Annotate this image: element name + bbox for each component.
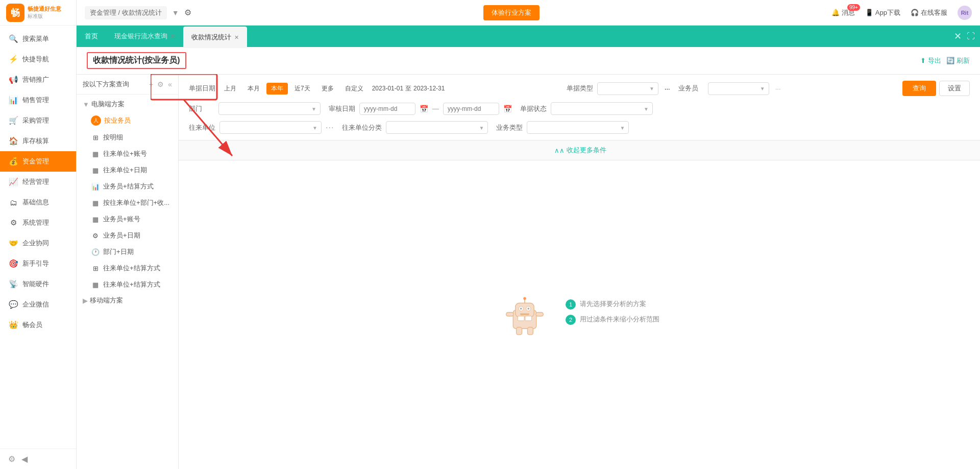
tab-bank-close[interactable]: ✕: [170, 33, 175, 40]
collapse-sidebar-icon[interactable]: ◀: [21, 454, 28, 464]
filter-bill-type-item: 单据类型 ···: [567, 82, 670, 95]
sidebar-item-enterprise[interactable]: 🤝 企业协同: [0, 233, 76, 253]
partner-select[interactable]: [219, 121, 322, 134]
query-btn[interactable]: 查询: [902, 81, 936, 96]
date-tab-more[interactable]: 更多: [317, 83, 338, 95]
date-tab-7days[interactable]: 近7天: [290, 83, 315, 95]
scheme-item-partner-date[interactable]: ▦ 往来单位+日期: [77, 162, 178, 178]
quicknav-icon: ⚡: [8, 54, 18, 64]
date-tab-this-month[interactable]: 本月: [243, 83, 264, 95]
salesman-more-icon[interactable]: ···: [775, 85, 781, 92]
biz-type-select[interactable]: [527, 121, 629, 134]
partner-dots[interactable]: ···: [326, 123, 334, 132]
date-tab-custom[interactable]: 自定义: [340, 83, 368, 95]
date-tab-last-month[interactable]: 上月: [219, 83, 241, 95]
scheme-item-partner-settle2[interactable]: ⊞ 往来单位+结算方式: [77, 260, 178, 276]
capital-icon: 💰: [8, 156, 18, 167]
message-action[interactable]: 🔔 消息 99+: [831, 8, 855, 17]
date-from: 2023-01-01: [372, 85, 403, 92]
scheme-item-by-salesman[interactable]: 人 按业务员: [77, 112, 178, 129]
scheme-collapse-icon[interactable]: «: [168, 80, 172, 88]
bill-type-select-wrapper: [597, 82, 658, 95]
scheme-item-partner-account[interactable]: ▦ 往来单位+账号: [77, 146, 178, 162]
sidebar-item-purchase[interactable]: 🛒 采购管理: [0, 110, 76, 131]
sidebar-item-guide[interactable]: 🎯 新手引导: [0, 253, 76, 274]
scheme-add-icon[interactable]: +: [149, 80, 153, 88]
member-icon: 👑: [8, 320, 18, 330]
scheme-group-pc-header[interactable]: ▼ 电脑端方案: [77, 97, 178, 112]
filter-row-1: 单据日期 上月 本月 本年 近7天 更多 自定义 2023-01-01: [189, 81, 970, 96]
app-download-icon: 📱: [865, 9, 873, 16]
empty-robot-illustration: [499, 289, 550, 340]
page-actions: ⬆ 导出 🔄 刷新: [920, 56, 970, 65]
scheme-title: 按以下方案查询: [83, 80, 129, 89]
scheme-item-partner-dept[interactable]: ▦ 按往来单位+部门+收...: [77, 195, 178, 211]
salesman-select[interactable]: [708, 82, 769, 95]
topbar-right: 🔔 消息 99+ 📱 App下载 🎧 在线客服 Rit: [831, 6, 972, 20]
right-panel: 单据日期 上月 本月 本年 近7天 更多 自定义 2023-01-01: [179, 75, 980, 469]
dept-select[interactable]: [218, 102, 321, 115]
tab-collection[interactable]: 收款情况统计 ✕: [183, 27, 247, 48]
sidebar-item-hardware[interactable]: 📡 智能硬件: [0, 274, 76, 294]
topbar-gear-icon[interactable]: ⚙: [184, 8, 191, 17]
breadcrumb-arrow[interactable]: ▼: [172, 9, 179, 17]
partner-label: 往来单位: [189, 123, 215, 132]
sidebar-item-quicknav[interactable]: ⚡ 快捷导航: [0, 49, 76, 69]
sidebar: 畅 畅捷通好生意 标准版 🔍 搜索菜单 ⚡ 快捷导航 📢 营销推广 📊 销售管理…: [0, 0, 77, 469]
scheme-item-salesman-date[interactable]: ⚙ 业务员+日期: [77, 227, 178, 244]
scheme-item-salesman-account[interactable]: ▦ 业务员+账号: [77, 211, 178, 227]
settings-bottom-icon[interactable]: ⚙: [8, 454, 15, 464]
tabbar: 首页 现金银行流水查询 ✕ 收款情况统计 ✕ ✕ ⛶: [77, 26, 980, 47]
sidebar-item-marketing[interactable]: 📢 营销推广: [0, 69, 76, 90]
date-tab-this-year[interactable]: 本年: [266, 83, 288, 95]
collapse-bar[interactable]: ∧∧ 收起更多条件: [179, 140, 980, 160]
audit-date-from[interactable]: [359, 103, 415, 115]
sidebar-item-member[interactable]: 👑 畅会员: [0, 315, 76, 335]
filter-row-2: 部门 审核日期 📅 —: [189, 102, 970, 115]
scheme-group-mobile-header[interactable]: ▶ 移动端方案: [77, 293, 178, 308]
scheme-gear-icon[interactable]: ⚙: [157, 80, 164, 88]
set-btn[interactable]: 设置: [939, 81, 970, 96]
biz-type-label: 业务类型: [496, 123, 523, 132]
tab-home[interactable]: 首页: [77, 26, 106, 47]
svg-rect-14: [525, 316, 532, 321]
sidebar-item-inventory[interactable]: 🏠 库存核算: [0, 131, 76, 151]
scheme-item-partner-settle3[interactable]: ▦ 往来单位+结算方式: [77, 276, 178, 293]
export-btn[interactable]: ⬆ 导出: [920, 56, 941, 65]
audit-date-to[interactable]: [443, 103, 499, 115]
inventory-icon: 🏠: [8, 136, 18, 146]
sidebar-item-capital[interactable]: 💰 资金管理: [0, 151, 76, 172]
scheme-item-by-detail[interactable]: ⊞ 按明细: [77, 129, 178, 146]
sidebar-item-search[interactable]: 🔍 搜索菜单: [0, 29, 76, 49]
svg-rect-11: [517, 327, 522, 335]
tab-collection-close[interactable]: ✕: [234, 34, 239, 41]
bill-status-select[interactable]: [551, 102, 653, 115]
group-arrow-down: ▼: [83, 101, 89, 108]
app-download-action[interactable]: 📱 App下载: [865, 8, 900, 17]
empty-tips: 1 请先选择要分析的方案 2 用过滤条件来缩小分析范围: [566, 299, 659, 330]
filter-date-item: 单据日期 上月 本月 本年 近7天 更多 自定义 2023-01-01: [189, 83, 445, 95]
filter-actions: 查询 设置: [902, 81, 970, 96]
trial-btn[interactable]: 体验行业方案: [483, 5, 540, 20]
bill-type-select[interactable]: [597, 82, 658, 95]
partner-category-select[interactable]: [386, 121, 488, 134]
online-service-action[interactable]: 🎧 在线客服: [911, 8, 947, 17]
sidebar-item-sales[interactable]: 📊 销售管理: [0, 90, 76, 110]
scheme-item-salesman-settle[interactable]: 📊 业务员+结算方式: [77, 178, 178, 195]
topbar: 资金管理 / 收款情况统计 ▼ ⚙ 体验行业方案 🔔 消息 99+ 📱 App下…: [77, 0, 980, 26]
sidebar-item-basic[interactable]: 🗂 基础信息: [0, 192, 76, 213]
salesman-date-icon: ⚙: [91, 231, 100, 240]
biz-type-select-wrapper: [527, 121, 629, 134]
refresh-btn[interactable]: 🔄 刷新: [946, 56, 970, 65]
tabbar-close-all[interactable]: ✕: [954, 31, 962, 42]
tabbar-expand[interactable]: ⛶: [967, 32, 975, 41]
bill-type-label: 单据类型: [567, 84, 593, 93]
sidebar-item-system[interactable]: ⚙ 系统管理: [0, 213, 76, 233]
user-avatar[interactable]: Rit: [958, 6, 972, 20]
mobile-group-arrow: ▶: [83, 297, 88, 304]
tab-bank[interactable]: 现金银行流水查询 ✕: [106, 26, 183, 47]
sidebar-item-operation[interactable]: 📈 经营管理: [0, 172, 76, 192]
scheme-item-dept-date[interactable]: 🕐 部门+日期: [77, 244, 178, 260]
svg-rect-12: [527, 327, 533, 335]
sidebar-item-wechat[interactable]: 💬 企业微信: [0, 294, 76, 315]
